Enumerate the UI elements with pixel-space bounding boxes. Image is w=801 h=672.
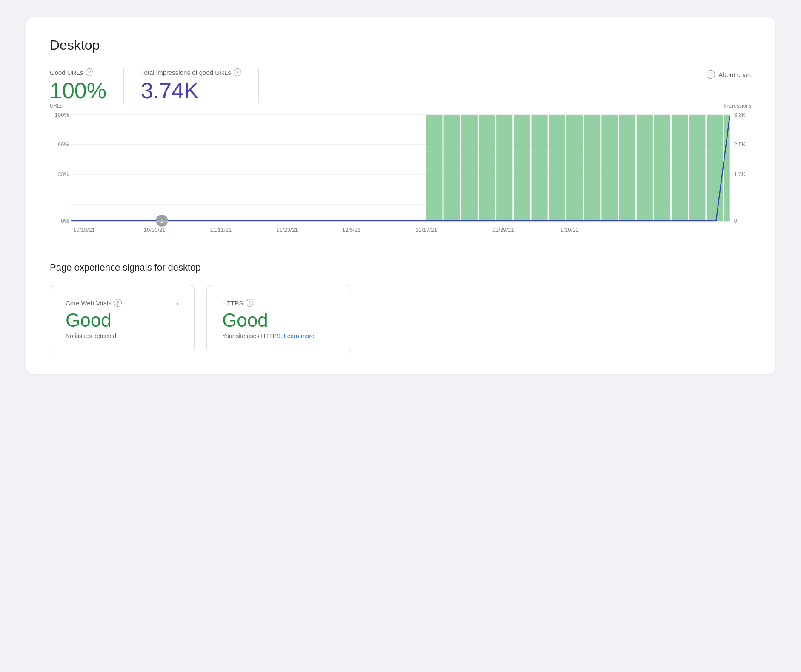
total-impressions-help-icon[interactable]: ? bbox=[234, 68, 241, 76]
svg-text:1.3K: 1.3K bbox=[734, 171, 746, 177]
svg-text:10/30/21: 10/30/21 bbox=[144, 227, 166, 233]
https-help-icon[interactable]: ? bbox=[246, 299, 253, 307]
cwv-title-row: Core Web Vitals ? › bbox=[66, 299, 179, 308]
y-right-label: Impressions bbox=[724, 103, 751, 109]
y-left-label: URLs bbox=[50, 103, 63, 109]
main-card: Desktop Good URLs ? 100% Total impressio… bbox=[26, 17, 775, 374]
svg-rect-29 bbox=[707, 115, 723, 221]
svg-text:2.5K: 2.5K bbox=[734, 141, 746, 148]
svg-rect-27 bbox=[672, 115, 688, 221]
svg-text:1/10/22: 1/10/22 bbox=[560, 227, 579, 233]
svg-text:10/18/21: 10/18/21 bbox=[73, 227, 95, 233]
core-web-vitals-card: Core Web Vitals ? › Good No issues detec… bbox=[50, 285, 195, 353]
svg-text:66%: 66% bbox=[58, 141, 69, 148]
cwv-arrow-icon[interactable]: › bbox=[176, 299, 179, 308]
svg-rect-23 bbox=[601, 115, 618, 221]
good-urls-help-icon[interactable]: ? bbox=[86, 68, 93, 76]
about-chart-button[interactable]: i About chart bbox=[707, 68, 751, 79]
metrics-row: Good URLs ? 100% Total impressions of go… bbox=[50, 68, 751, 103]
chart-container: 100% 66% 33% 0% 3.8K 2.5K 1.3K 0 bbox=[50, 111, 751, 238]
cwv-description: No issues detected bbox=[66, 333, 179, 339]
cwv-help-icon[interactable]: ? bbox=[114, 299, 122, 307]
https-card: HTTPS ? Good Your site uses HTTPS. Learn… bbox=[206, 285, 351, 353]
svg-rect-22 bbox=[584, 115, 600, 221]
svg-text:11/11/21: 11/11/21 bbox=[210, 227, 232, 233]
signals-section: Page experience signals for desktop Core… bbox=[50, 262, 751, 353]
svg-rect-15 bbox=[461, 115, 478, 221]
svg-text:12/29/21: 12/29/21 bbox=[492, 227, 514, 233]
svg-rect-25 bbox=[637, 115, 653, 221]
cwv-title: Core Web Vitals ? bbox=[66, 299, 122, 307]
cwv-status: Good bbox=[66, 310, 179, 330]
https-status: Good bbox=[222, 310, 335, 330]
total-impressions-label: Total impressions of good URLs ? bbox=[141, 68, 241, 76]
svg-rect-17 bbox=[496, 115, 512, 221]
svg-rect-24 bbox=[619, 115, 635, 221]
svg-text:0%: 0% bbox=[61, 218, 69, 224]
svg-rect-19 bbox=[531, 115, 547, 221]
svg-rect-28 bbox=[689, 115, 705, 221]
chart-svg: 100% 66% 33% 0% 3.8K 2.5K 1.3K 0 bbox=[50, 111, 751, 238]
svg-text:33%: 33% bbox=[58, 171, 69, 177]
total-impressions-value: 3.74K bbox=[141, 79, 241, 103]
signals-grid: Core Web Vitals ? › Good No issues detec… bbox=[50, 285, 751, 353]
https-learn-more-link[interactable]: Learn more bbox=[284, 333, 315, 339]
page-title: Desktop bbox=[50, 37, 751, 53]
svg-rect-13 bbox=[426, 115, 442, 221]
https-description: Your site uses HTTPS. Learn more bbox=[222, 333, 335, 339]
svg-text:12/5/21: 12/5/21 bbox=[342, 227, 361, 233]
https-title-row: HTTPS ? bbox=[222, 299, 335, 308]
svg-rect-30 bbox=[724, 115, 730, 221]
svg-rect-18 bbox=[514, 115, 530, 221]
svg-rect-21 bbox=[566, 115, 583, 221]
svg-text:100%: 100% bbox=[55, 111, 69, 118]
good-urls-metric: Good URLs ? 100% bbox=[50, 68, 124, 103]
svg-rect-14 bbox=[443, 115, 460, 221]
svg-text:0: 0 bbox=[734, 218, 737, 224]
svg-text:11/23/21: 11/23/21 bbox=[276, 227, 298, 233]
chart-section: URLs Impressions 100% 66% 33% 0% 3.8K 2.… bbox=[50, 103, 751, 238]
good-urls-value: 100% bbox=[50, 79, 106, 103]
svg-text:12/17/21: 12/17/21 bbox=[415, 227, 437, 233]
good-urls-label: Good URLs ? bbox=[50, 68, 106, 76]
total-impressions-metric: Total impressions of good URLs ? 3.74K bbox=[141, 68, 259, 103]
svg-rect-20 bbox=[549, 115, 565, 221]
info-icon: i bbox=[707, 70, 715, 79]
svg-text:3.8K: 3.8K bbox=[734, 111, 746, 118]
svg-rect-16 bbox=[479, 115, 495, 221]
https-title: HTTPS ? bbox=[222, 299, 253, 307]
chart-axis-header: URLs Impressions bbox=[50, 103, 751, 109]
svg-rect-26 bbox=[654, 115, 670, 221]
signals-title: Page experience signals for desktop bbox=[50, 262, 751, 273]
